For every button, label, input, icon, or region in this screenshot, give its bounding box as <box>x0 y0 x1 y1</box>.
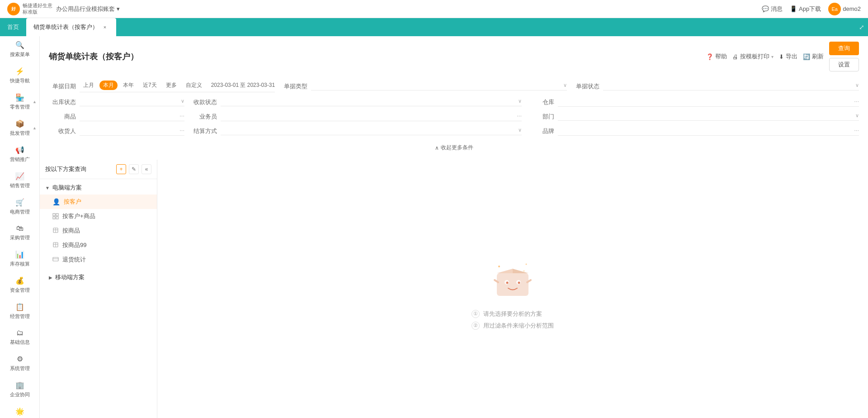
svg-point-21 <box>524 271 524 271</box>
message-icon: 💬 <box>762 5 769 12</box>
tab-active[interactable]: 销货单统计表（按客户） × <box>26 18 116 36</box>
sidebar-item-sales[interactable]: 📈 销售管理 <box>0 167 39 194</box>
message-btn[interactable]: 💬 消息 <box>762 5 783 13</box>
tab-close-button[interactable]: × <box>101 23 109 31</box>
sidebar-item-operations[interactable]: 📋 经营管理 <box>0 298 39 324</box>
date-label: 单据日期 <box>49 82 76 90</box>
newuser-icon: 🌟 <box>15 407 24 416</box>
ecommerce-icon: 🛒 <box>15 198 24 207</box>
filter-goods: 商品 ··· <box>49 112 184 121</box>
query-button[interactable]: 查询 <box>829 42 859 55</box>
date-control[interactable]: 上月 本月 本年 近7天 更多 自定义 2023-03-01 至 2023-03… <box>80 81 275 92</box>
scheme-actions: + ✎ « <box>116 164 151 174</box>
collapse-button[interactable]: ∧ 收起更多条件 <box>435 141 473 154</box>
goods-scheme-icon <box>52 227 59 235</box>
settlement-control[interactable]: ∨ <box>221 127 522 135</box>
sidebar-item-basic[interactable]: 🗂 基础信息 <box>0 324 39 350</box>
department-chevron: ∨ <box>855 113 859 119</box>
sidebar-item-search[interactable]: 🔍 搜索菜单 <box>0 36 39 62</box>
svg-point-16 <box>518 281 520 284</box>
scheme-mobile-header[interactable]: ▶ 移动端方案 <box>40 271 157 284</box>
tab-maximize-btn[interactable]: ⤢ <box>859 24 864 31</box>
warehouse-control[interactable]: ··· <box>558 98 859 107</box>
logo-icon: 好 <box>7 3 20 15</box>
filter-brand: 品牌 ··· <box>527 127 859 136</box>
empty-hint-2: ② 用过滤条件来缩小分析范围 <box>472 322 554 330</box>
doc-status-chevron: ∨ <box>855 82 859 88</box>
sidebar-item-inventory[interactable]: 📊 库存核算 <box>0 246 39 272</box>
goods-control[interactable]: ··· <box>80 112 184 121</box>
scheme-title: 按以下方案查询 <box>45 165 86 173</box>
sidebar-item-enterprise[interactable]: 🏢 企业协同 <box>0 376 39 403</box>
date-tab-custom[interactable]: 自定义 <box>182 81 206 90</box>
scheme-item-by-goods-99[interactable]: 按商品99 <box>40 238 157 252</box>
scheme-edit-btn[interactable]: ✎ <box>129 164 139 174</box>
filter-row-4: 收货人 ··· 结算方式 ∨ 品牌 <box>49 127 859 136</box>
template-print-btn[interactable]: 🖨 按模板打印 ▾ <box>732 52 774 61</box>
top-bar-right: 💬 消息 📱 App下载 Ea demo2 <box>762 3 861 15</box>
settings-button[interactable]: 设置 <box>829 58 859 71</box>
scheme-desktop-header[interactable]: ▼ 电脑端方案 <box>40 181 157 195</box>
receiver-control[interactable]: ··· <box>80 127 184 136</box>
department-control[interactable]: ∨ <box>558 113 859 121</box>
sidebar-item-finance[interactable]: 💰 资金管理 <box>0 272 39 298</box>
date-tab-last7[interactable]: 近7天 <box>139 81 160 90</box>
refresh-icon: 🔄 <box>803 53 810 60</box>
scheme-item-by-customer-goods[interactable]: 按客户+商品 <box>40 209 157 223</box>
sidebar-item-retail[interactable]: 🏪 零售管理 ▲ <box>0 89 39 115</box>
salesperson-dots: ··· <box>517 112 522 119</box>
date-tab-this-month[interactable]: 本月 <box>99 81 118 90</box>
filter-doc-status: 单据状态 ∨ <box>572 82 859 90</box>
enterprise-icon: 🏢 <box>15 381 24 390</box>
avatar: Ea <box>828 3 841 15</box>
scheme-panel: 按以下方案查询 + ✎ « ▼ 电脑端方案 👤 按客户 <box>40 160 157 418</box>
sidebar-item-marketing[interactable]: 📢 营销推广 <box>0 141 39 167</box>
customer-scheme-icon: 👤 <box>52 198 60 205</box>
filter-department: 部门 ∨ <box>527 113 859 121</box>
content-area: 销货单统计表（按客户） ❓ 帮助 🖨 按模板打印 ▾ ⬇ 导出 <box>40 36 868 418</box>
svg-rect-2 <box>53 217 55 219</box>
scheme-item-by-goods[interactable]: 按商品 <box>40 223 157 238</box>
scheme-item-return-stats[interactable]: 退货统计 <box>40 252 157 267</box>
wholesale-expand-icon: ▲ <box>33 126 37 130</box>
doc-status-control[interactable]: ∨ <box>603 82 859 90</box>
doc-type-label: 单据类型 <box>280 82 307 90</box>
doc-status-label: 单据状态 <box>572 82 599 90</box>
return-stats-icon <box>52 256 59 264</box>
refresh-btn[interactable]: 🔄 刷新 <box>803 52 824 61</box>
date-tab-more[interactable]: 更多 <box>162 81 180 90</box>
hint-num-2: ② <box>472 322 480 330</box>
search-icon: 🔍 <box>15 41 24 49</box>
scheme-add-btn[interactable]: + <box>116 164 126 174</box>
date-tab-this-year[interactable]: 本年 <box>119 81 137 90</box>
date-tab-last-month[interactable]: 上月 <box>80 81 98 90</box>
receive-status-control[interactable]: ∨ <box>221 98 522 106</box>
salesperson-control[interactable]: ··· <box>221 112 522 121</box>
sidebar-item-newuser[interactable]: 🌟 新手引导 <box>0 403 39 418</box>
user-menu[interactable]: Ea demo2 <box>828 3 861 15</box>
sidebar-item-wholesale[interactable]: 📦 批发管理 ▲ <box>0 115 39 141</box>
sidebar-item-ecommerce[interactable]: 🛒 电商管理 <box>0 194 39 220</box>
goods99-scheme-icon <box>52 242 59 249</box>
export-icon: ⬇ <box>779 53 784 60</box>
scheme-item-by-customer[interactable]: 👤 按客户 <box>40 195 157 209</box>
finance-icon: 💰 <box>15 276 24 285</box>
out-status-control[interactable]: ∨ <box>80 98 184 106</box>
scheme-collapse-btn[interactable]: « <box>142 164 151 174</box>
app-download-btn[interactable]: 📱 App下载 <box>790 5 821 13</box>
doc-type-control[interactable]: ∨ <box>311 82 567 90</box>
export-btn[interactable]: ⬇ 导出 <box>779 52 797 61</box>
filter-doc-type: 单据类型 ∨ <box>280 82 567 90</box>
help-btn[interactable]: ❓ 帮助 <box>706 52 727 61</box>
sidebar-item-purchase[interactable]: 🛍 采购管理 <box>0 220 39 246</box>
sidebar-item-system[interactable]: ⚙ 系统管理 <box>0 350 39 376</box>
brand-control[interactable]: ··· <box>558 127 859 136</box>
desktop-arrow-icon: ▼ <box>45 185 50 190</box>
sidebar-item-quick-nav[interactable]: ⚡ 快捷导航 <box>0 62 39 89</box>
system-icon: ⚙ <box>17 355 23 363</box>
tab-home[interactable]: 首页 <box>0 18 26 36</box>
tab-bar: 首页 销货单统计表（按客户） × ⤢ <box>0 18 868 36</box>
customer-goods-icon <box>52 213 59 219</box>
retail-icon: 🏪 <box>15 93 24 102</box>
app-title-dropdown[interactable]: 办公用品行业模拟账套 ▾ <box>56 5 120 13</box>
